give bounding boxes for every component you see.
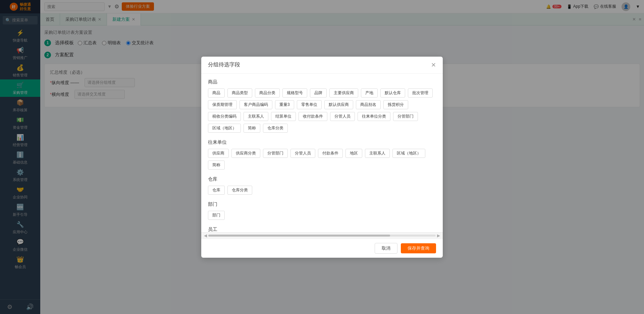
section-counterparty-title: 往来单位 (208, 139, 436, 145)
chip-supplier-category[interactable]: 供应商分类 (231, 149, 260, 158)
chip-spec-model[interactable]: 规格型号 (282, 88, 307, 98)
modal-hscroll-bar: ◀ ▶ (201, 232, 443, 239)
chip-main-supplier[interactable]: 主要供应商 (329, 88, 358, 98)
modal-header: 分组待选字段 ✕ (201, 57, 443, 74)
chip-pick-points[interactable]: 拣货积分 (383, 100, 408, 109)
chip-manager[interactable]: 分管人员 (330, 112, 355, 121)
hscroll-track (208, 235, 436, 237)
section-counterparty-chips: 供应商 供应商分类 分管部门 分管人员 付款条件 地区 主联系人 区域（地区） … (208, 149, 436, 170)
chip-short-name[interactable]: 简称 (244, 124, 260, 133)
chip-supplier[interactable]: 供应商 (208, 149, 229, 158)
group-field-modal: 分组待选字段 ✕ 商品 商品 商品类型 商品分类 规格型号 品牌 主要供应商 产… (201, 57, 443, 258)
section-product-chips: 商品 商品类型 商品分类 规格型号 品牌 主要供应商 产地 默认仓库 批次管理 … (208, 88, 436, 133)
chip-warehouse-cat[interactable]: 仓库分类 (227, 186, 252, 195)
section-staff: 员工 业务员 (208, 227, 436, 232)
chip-short-name2[interactable]: 简称 (208, 161, 225, 170)
chip-warehouse[interactable]: 仓库 (208, 186, 225, 195)
hscroll-right-icon[interactable]: ▶ (437, 233, 440, 238)
chip-retail-unit[interactable]: 零售单位 (297, 100, 322, 109)
chip-customer-code[interactable]: 客户商品编码 (239, 100, 272, 109)
hscroll-thumb (208, 235, 390, 237)
chip-dept-mgmt[interactable]: 分管部门 (263, 149, 288, 158)
chip-weight[interactable]: 重量3 (275, 100, 294, 109)
chip-product-category[interactable]: 商品分类 (255, 88, 280, 98)
section-staff-title: 员工 (208, 227, 436, 232)
hscroll-left-icon[interactable]: ◀ (204, 233, 207, 238)
chip-default-warehouse[interactable]: 默认仓库 (380, 88, 405, 98)
chip-brand[interactable]: 品牌 (310, 88, 327, 98)
chip-payment-cond[interactable]: 付款条件 (318, 149, 343, 158)
section-department-title: 部门 (208, 201, 436, 207)
section-counterparty: 往来单位 供应商 供应商分类 分管部门 分管人员 付款条件 地区 主联系人 区域… (208, 139, 436, 170)
section-product-title: 商品 (208, 79, 436, 85)
modal-overlay: 分组待选字段 ✕ 商品 商品 商品类型 商品分类 规格型号 品牌 主要供应商 产… (0, 0, 644, 314)
chip-product-type[interactable]: 商品类型 (227, 88, 252, 98)
section-warehouse-chips: 仓库 仓库分类 (208, 186, 436, 195)
chip-tax-code[interactable]: 税收分类编码 (208, 112, 241, 121)
chip-department[interactable]: 部门 (208, 211, 225, 220)
modal-footer: 取消 保存并查询 (201, 239, 443, 258)
section-department: 部门 部门 (208, 201, 436, 220)
modal-cancel-button[interactable]: 取消 (375, 243, 397, 254)
chip-area[interactable]: 地区 (345, 149, 362, 158)
chip-staff-mgmt[interactable]: 分管人员 (290, 149, 315, 158)
chip-mgmt-dept[interactable]: 分管部门 (393, 112, 418, 121)
chip-region[interactable]: 区域（地区） (208, 124, 241, 133)
modal-body: 商品 商品 商品类型 商品分类 规格型号 品牌 主要供应商 产地 默认仓库 批次… (201, 74, 443, 232)
chip-batch-mgmt[interactable]: 批次管理 (408, 88, 433, 98)
section-product: 商品 商品 商品类型 商品分类 规格型号 品牌 主要供应商 产地 默认仓库 批次… (208, 79, 436, 133)
modal-save-button[interactable]: 保存并查询 (401, 243, 436, 253)
modal-close-button[interactable]: ✕ (431, 61, 436, 69)
chip-default-supplier[interactable]: 默认供应商 (324, 100, 353, 109)
chip-main-contact[interactable]: 主联系人 (244, 112, 268, 121)
modal-title: 分组待选字段 (208, 61, 240, 68)
chip-shelf-life[interactable]: 保质期管理 (208, 100, 237, 109)
chip-settlement-unit[interactable]: 结算单位 (271, 112, 296, 121)
section-warehouse: 仓库 仓库 仓库分类 (208, 176, 436, 195)
chip-region2[interactable]: 区域（地区） (392, 149, 425, 158)
chip-alias[interactable]: 商品别名 (356, 100, 381, 109)
chip-origin[interactable]: 产地 (361, 88, 378, 98)
chip-main-contact2[interactable]: 主联系人 (365, 149, 390, 158)
chip-counterparty-category[interactable]: 往来单位分类 (358, 112, 390, 121)
chip-payment-terms[interactable]: 收付款条件 (299, 112, 327, 121)
chip-warehouse-category[interactable]: 仓库分类 (263, 124, 288, 133)
section-department-chips: 部门 (208, 211, 436, 220)
chip-product[interactable]: 商品 (208, 88, 225, 98)
section-warehouse-title: 仓库 (208, 176, 436, 182)
